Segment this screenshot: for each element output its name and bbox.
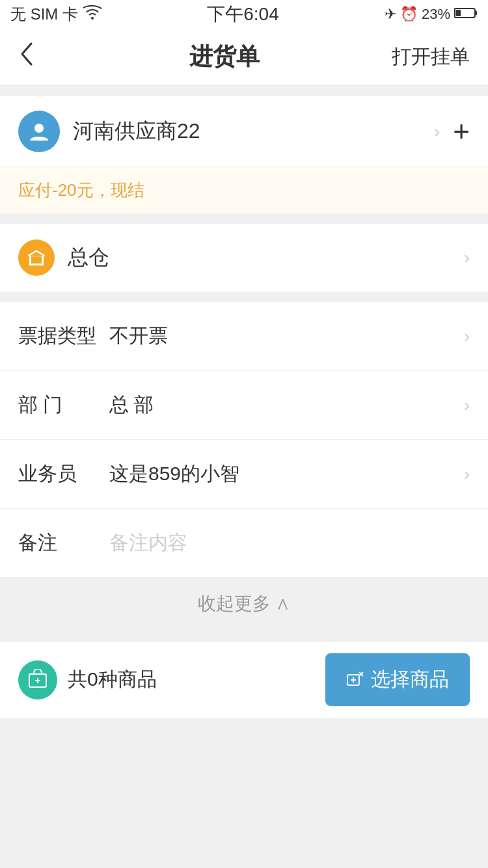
status-bar: 无 SIM 卡 下午6:04 ✈ ⏰ 23% (0, 0, 488, 29)
supplier-name: 河南供应商22 (73, 117, 434, 146)
remark-input[interactable]: 备注内容 (109, 530, 470, 556)
status-right: ✈ ⏰ 23% (385, 6, 478, 23)
battery-percent: 23% (422, 6, 450, 23)
svg-rect-1 (475, 11, 477, 15)
location-icon: ✈ (385, 6, 396, 23)
product-count-label: 共0种商品 (68, 666, 325, 693)
department-value: 总 部 (109, 392, 464, 418)
remark-label: 备注 (18, 530, 109, 556)
supplier-section: 河南供应商22 › + 应付-20元，现结 (0, 96, 488, 213)
battery-icon (454, 6, 478, 23)
page-title: 进货单 (189, 41, 260, 73)
select-product-button[interactable]: 选择商品 (325, 653, 470, 706)
nav-bar: 进货单 打开挂单 (0, 29, 488, 86)
invoice-type-value: 不开票 (109, 323, 464, 349)
section-gap-2 (0, 213, 488, 224)
open-pending-button[interactable]: 打开挂单 (392, 44, 470, 70)
department-chevron-icon: › (464, 395, 470, 416)
svg-point-3 (34, 124, 44, 133)
collapse-label: 收起更多 ∧ (198, 593, 291, 614)
warehouse-row[interactable]: 总仓 › (0, 224, 488, 292)
add-supplier-button[interactable]: + (453, 117, 470, 146)
warehouse-name: 总仓 (68, 243, 464, 272)
product-bar: 共0种商品 选择商品 (0, 641, 488, 718)
select-product-label: 选择商品 (371, 666, 449, 693)
invoice-type-row[interactable]: 票据类型 不开票 › (0, 302, 488, 370)
supplier-avatar (18, 111, 60, 152)
svg-rect-2 (455, 10, 461, 16)
product-icon (18, 660, 57, 699)
section-gap-3 (0, 292, 488, 302)
section-gap-1 (0, 86, 488, 96)
warehouse-chevron-icon: › (464, 247, 470, 268)
warehouse-icon (18, 239, 55, 276)
department-row[interactable]: 部 门 总 部 › (0, 370, 488, 439)
warehouse-section[interactable]: 总仓 › (0, 224, 488, 292)
status-time: 下午6:04 (207, 2, 279, 27)
notice-text: 应付-20元，现结 (18, 180, 144, 200)
salesperson-label: 业务员 (18, 461, 109, 487)
department-label: 部 门 (18, 392, 109, 418)
salesperson-row[interactable]: 业务员 这是859的小智 › (0, 439, 488, 508)
form-section: 票据类型 不开票 › 部 门 总 部 › 业务员 这是859的小智 › 备注 备… (0, 302, 488, 577)
wifi-icon (83, 5, 102, 23)
invoice-type-chevron-icon: › (464, 326, 470, 347)
carrier-label: 无 SIM 卡 (10, 4, 78, 25)
invoice-type-label: 票据类型 (18, 323, 109, 349)
notice-bar: 应付-20元，现结 (0, 167, 488, 213)
supplier-row[interactable]: 河南供应商22 › + (0, 96, 488, 167)
salesperson-value: 这是859的小智 (109, 461, 464, 487)
background-fill (0, 718, 488, 868)
supplier-chevron-icon: › (434, 121, 440, 142)
alarm-icon: ⏰ (400, 6, 418, 23)
collapse-bar[interactable]: 收起更多 ∧ (0, 577, 488, 631)
status-left: 无 SIM 卡 (10, 4, 102, 25)
salesperson-chevron-icon: › (464, 464, 470, 485)
section-gap-4 (0, 631, 488, 641)
remark-row[interactable]: 备注 备注内容 (0, 508, 488, 577)
back-button[interactable] (18, 41, 57, 73)
